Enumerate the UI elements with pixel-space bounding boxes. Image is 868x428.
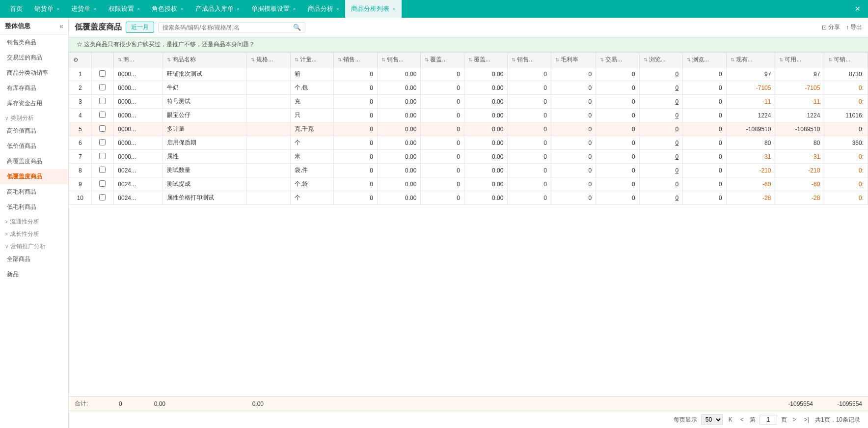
row-checkbox[interactable] bbox=[99, 194, 106, 200]
col-header-spec[interactable]: ⇅规格... bbox=[247, 53, 290, 67]
search-input[interactable] bbox=[163, 24, 293, 31]
col-header-settings[interactable]: ⚙ bbox=[69, 53, 92, 67]
cell-checkbox[interactable] bbox=[91, 81, 114, 95]
col-header-sales3[interactable]: ⇅销售... bbox=[508, 53, 551, 67]
sidebar-item-全部商品[interactable]: 全部商品 bbox=[0, 252, 68, 267]
sidebar-item-高价值商品[interactable]: 高价值商品 bbox=[0, 123, 68, 139]
col-header-cover2[interactable]: ⇅覆盖... bbox=[464, 53, 507, 67]
nav-close-icon[interactable]: × bbox=[56, 6, 59, 12]
sidebar-item-低毛利商品[interactable]: 低毛利商品 bbox=[0, 200, 68, 215]
row-checkbox[interactable] bbox=[99, 153, 106, 159]
col-header-unit[interactable]: ⇅计量... bbox=[290, 53, 333, 67]
page-input[interactable] bbox=[760, 415, 777, 425]
cell-checkbox[interactable] bbox=[91, 136, 114, 150]
browse-link[interactable]: 0 bbox=[675, 140, 678, 146]
col-header-name[interactable]: ⇅商品名称 bbox=[163, 53, 247, 67]
col-header-sales_qty[interactable]: ⇅销售... bbox=[334, 53, 377, 67]
row-checkbox[interactable] bbox=[99, 180, 106, 187]
col-header-cover1[interactable]: ⇅覆盖... bbox=[421, 53, 464, 67]
cell-browse1[interactable]: 0 bbox=[639, 81, 682, 95]
col-header-sellable[interactable]: ⇅可销... bbox=[824, 53, 868, 67]
cell-checkbox[interactable] bbox=[91, 191, 114, 205]
cell-browse1[interactable]: 0 bbox=[639, 95, 682, 109]
per-page-select[interactable]: 50 bbox=[701, 414, 723, 425]
nav-item-角色授权[interactable]: 角色授权× bbox=[146, 0, 189, 18]
cell-browse1[interactable]: 0 bbox=[639, 177, 682, 191]
nav-item-产成品入库单[interactable]: 产成品入库单× bbox=[190, 0, 245, 18]
col-header-current[interactable]: ⇅现有... bbox=[726, 53, 775, 67]
sidebar-item-商品分类动销率[interactable]: 商品分类动销率 bbox=[0, 65, 68, 81]
cell-checkbox[interactable] bbox=[91, 164, 114, 177]
cell-checkbox[interactable] bbox=[91, 95, 114, 109]
sidebar-section-成长性分析[interactable]: >成长性分析 bbox=[0, 227, 68, 239]
browse-link[interactable]: 0 bbox=[675, 71, 678, 78]
sidebar-item-高毛利商品[interactable]: 高毛利商品 bbox=[0, 184, 68, 200]
cell-checkbox[interactable] bbox=[91, 122, 114, 136]
cell-browse1[interactable]: 0 bbox=[639, 109, 682, 122]
col-header-checkbox[interactable] bbox=[91, 53, 114, 67]
cell-checkbox[interactable] bbox=[91, 67, 114, 81]
nav-close-icon[interactable]: × bbox=[237, 6, 240, 12]
sidebar-item-交易过的商品[interactable]: 交易过的商品 bbox=[0, 50, 68, 65]
row-checkbox[interactable] bbox=[99, 70, 106, 77]
nav-close-icon[interactable]: × bbox=[293, 6, 296, 12]
col-header-browse1[interactable]: ⇅浏览... bbox=[639, 53, 682, 67]
cell-browse1[interactable]: 0 bbox=[639, 122, 682, 136]
browse-link[interactable]: 0 bbox=[675, 85, 678, 91]
cell-browse1[interactable]: 0 bbox=[639, 136, 682, 150]
col-header-sales_amt[interactable]: ⇅销售... bbox=[377, 53, 420, 67]
first-page-button[interactable]: K bbox=[727, 415, 734, 424]
window-close-icon[interactable]: × bbox=[851, 0, 864, 18]
col-header-code[interactable]: ⇅商... bbox=[114, 53, 163, 67]
cell-browse1[interactable]: 0 bbox=[639, 150, 682, 164]
col-header-available[interactable]: ⇅可用... bbox=[775, 53, 824, 67]
nav-item-单据模板设置[interactable]: 单据模板设置× bbox=[245, 0, 301, 18]
nav-item-首页[interactable]: 首页 bbox=[4, 0, 28, 18]
sidebar-item-新品[interactable]: 新品 bbox=[0, 267, 68, 282]
row-checkbox[interactable] bbox=[99, 139, 106, 145]
sidebar-item-低覆盖度商品[interactable]: 低覆盖度商品 bbox=[0, 169, 68, 184]
nav-item-权限设置[interactable]: 权限设置× bbox=[103, 0, 146, 18]
browse-link[interactable]: 0 bbox=[675, 126, 678, 133]
sidebar-section-营销推广分析[interactable]: ∨营销推广分析 bbox=[0, 239, 68, 252]
col-header-browse2[interactable]: ⇅浏览... bbox=[683, 53, 726, 67]
nav-close-icon[interactable]: × bbox=[180, 6, 183, 12]
browse-link[interactable]: 0 bbox=[675, 98, 678, 105]
sidebar-section-流通性分析[interactable]: >流通性分析 bbox=[0, 215, 68, 227]
sidebar-item-库存资金占用[interactable]: 库存资金占用 bbox=[0, 96, 68, 111]
browse-link[interactable]: 0 bbox=[675, 167, 678, 174]
nav-item-销货单[interactable]: 销货单× bbox=[28, 0, 65, 18]
nav-close-icon[interactable]: × bbox=[137, 6, 140, 12]
cell-checkbox[interactable] bbox=[91, 177, 114, 191]
export-button[interactable]: ↑ 导出 bbox=[846, 23, 862, 31]
row-checkbox[interactable] bbox=[99, 167, 106, 173]
prev-page-button[interactable]: < bbox=[738, 415, 746, 424]
row-checkbox[interactable] bbox=[99, 84, 106, 90]
cell-browse1[interactable]: 0 bbox=[639, 191, 682, 205]
nav-close-icon[interactable]: × bbox=[93, 6, 96, 12]
row-checkbox[interactable] bbox=[99, 125, 106, 132]
next-page-button[interactable]: > bbox=[791, 415, 798, 424]
sidebar-item-有库存商品[interactable]: 有库存商品 bbox=[0, 81, 68, 96]
sidebar-section-类别分析[interactable]: ∨类别分析 bbox=[0, 111, 68, 123]
cell-browse1[interactable]: 0 bbox=[639, 164, 682, 177]
share-button[interactable]: ⊡ 分享 bbox=[822, 23, 840, 31]
date-filter-button[interactable]: 近一月 bbox=[126, 22, 154, 33]
nav-item-商品分析列表[interactable]: 商品分析列表× bbox=[345, 0, 401, 18]
nav-item-商品分析[interactable]: 商品分析× bbox=[302, 0, 345, 18]
browse-link[interactable]: 0 bbox=[675, 195, 678, 201]
row-checkbox[interactable] bbox=[99, 112, 106, 118]
nav-item-进货单[interactable]: 进货单× bbox=[65, 0, 102, 18]
nav-close-icon[interactable]: × bbox=[392, 6, 395, 12]
browse-link[interactable]: 0 bbox=[675, 153, 678, 160]
row-checkbox[interactable] bbox=[99, 98, 106, 104]
sidebar-item-销售类商品[interactable]: 销售类商品 bbox=[0, 35, 68, 50]
cell-browse1[interactable]: 0 bbox=[639, 67, 682, 81]
sidebar-item-高覆盖度商品[interactable]: 高覆盖度商品 bbox=[0, 154, 68, 169]
last-page-button[interactable]: >| bbox=[802, 415, 811, 424]
col-header-gross[interactable]: ⇅毛利率 bbox=[551, 53, 596, 67]
browse-link[interactable]: 0 bbox=[675, 112, 678, 119]
nav-close-icon[interactable]: × bbox=[336, 6, 339, 12]
sidebar-item-低价值商品[interactable]: 低价值商品 bbox=[0, 139, 68, 154]
sidebar-collapse-button[interactable]: « bbox=[59, 22, 63, 30]
